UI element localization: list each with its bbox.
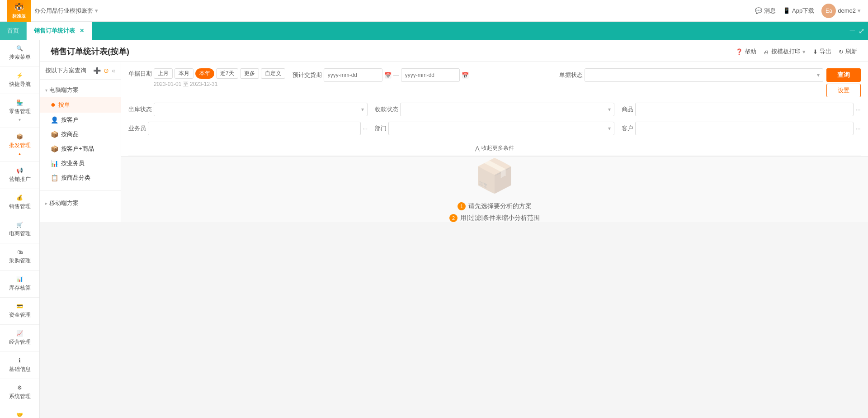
- user-menu[interactable]: Ea demo2 ▾: [821, 4, 861, 18]
- date-filter-top: 单据日期 上月 本月 本年 近7天 更多 自定义: [128, 68, 285, 79]
- page-title-bar: 销售订单统计表(按单) ❓ 帮助 🖨 按模板打印 ▾ ⬇ 导出 ↻ 刷新: [40, 40, 868, 62]
- salesperson-more-icon[interactable]: ···: [363, 125, 368, 132]
- sidebar-item-marketing[interactable]: 📢 营销推广: [0, 162, 39, 189]
- tab-actions: ─ ⤢: [850, 27, 868, 35]
- scheme-header-pc[interactable]: ▾ 电脑端方案: [40, 83, 121, 97]
- top-header: 🐯 标准版 办公用品行业模拟账套 ▾ 💬 消息 📱 App下载 Ea demo2…: [0, 0, 868, 22]
- calendar-icon-1[interactable]: 📅: [384, 72, 392, 79]
- scheme-item-by-order[interactable]: ● 按单: [40, 97, 121, 113]
- scheme-item-label: 按单: [58, 101, 70, 109]
- sidebar-label: 基础信息: [9, 366, 31, 373]
- page-body: 按以下方案查询 ➕ ⊙ « ▾ 电脑端方案 ● 按单: [40, 62, 868, 222]
- hint-number-1: 1: [458, 202, 466, 210]
- refresh-icon: ↻: [839, 48, 844, 55]
- template-print-button[interactable]: 🖨 按模板打印 ▾: [764, 48, 806, 56]
- sidebar-label: 经营管理: [9, 338, 31, 346]
- help-label: 帮助: [745, 48, 756, 56]
- empty-hint-2: 2 用[过滤]条件来缩小分析范围: [449, 214, 540, 222]
- scheme-item-by-cust-prod[interactable]: 📦 按客户+商品: [40, 142, 121, 156]
- page-actions: ❓ 帮助 🖨 按模板打印 ▾ ⬇ 导出 ↻ 刷新: [736, 48, 857, 56]
- export-button[interactable]: ⬇ 导出: [813, 48, 831, 56]
- expected-date-start[interactable]: [324, 68, 382, 82]
- sidebar-item-finance[interactable]: 💳 资金管理: [0, 298, 39, 325]
- query-button[interactable]: 查询: [826, 68, 861, 82]
- refresh-button[interactable]: ↻ 刷新: [839, 48, 857, 56]
- sidebar-item-quick-nav[interactable]: ⚡ 快捷导航: [0, 67, 39, 94]
- expected-date-end[interactable]: [401, 68, 460, 82]
- customer-more-icon[interactable]: ···: [855, 125, 861, 132]
- scheme-item-by-category[interactable]: 📋 按商品分类: [40, 171, 121, 185]
- inventory-icon: 📊: [16, 276, 23, 282]
- scheme-item-by-salesperson[interactable]: 📊 按业务员: [40, 156, 121, 171]
- tab-sales-stat[interactable]: 销售订单统计表 ✕: [27, 22, 92, 40]
- tab-minimize-icon[interactable]: ─: [850, 27, 855, 35]
- payment-status-group: 收款状态: [375, 103, 614, 116]
- logo-text: 标准版: [12, 13, 26, 19]
- sidebar-item-search-menu[interactable]: 🔍 搜索菜单: [0, 40, 39, 67]
- department-select[interactable]: [388, 122, 614, 135]
- product-more-icon[interactable]: ···: [855, 106, 861, 113]
- panel-actions: ➕ ⊙ «: [93, 67, 115, 74]
- status-select[interactable]: [585, 68, 823, 82]
- date-btn-this-year[interactable]: 本年: [195, 68, 214, 79]
- by-cust-prod-icon: 📦: [51, 145, 58, 152]
- sidebar-item-ecommerce[interactable]: 🛒 电商管理: [0, 216, 39, 243]
- tab-close-icon[interactable]: ✕: [80, 28, 84, 34]
- panel-title: 按以下方案查询: [45, 66, 86, 75]
- app-selector[interactable]: 办公用品行业模拟账套 ▾: [34, 7, 98, 15]
- settings-button[interactable]: 设置: [826, 84, 861, 97]
- date-btn-this-month[interactable]: 本月: [175, 68, 193, 79]
- collapse-panel-icon[interactable]: «: [112, 67, 115, 74]
- tab-expand-icon[interactable]: ⤢: [859, 27, 864, 35]
- wholesale-icon: 📦: [16, 133, 23, 140]
- sidebar-item-wholesale[interactable]: 📦 批发管理 ▴: [0, 128, 39, 162]
- customer-group: 客户 ···: [622, 122, 861, 135]
- add-scheme-icon[interactable]: ➕: [93, 67, 101, 74]
- payment-status-select[interactable]: [400, 103, 614, 116]
- scheme-section-label: 移动端方案: [49, 199, 79, 207]
- sidebar-item-system[interactable]: ⚙ 系统管理: [0, 379, 39, 406]
- product-label: 商品: [622, 105, 633, 114]
- edit-scheme-icon[interactable]: ⊙: [104, 67, 109, 74]
- message-button[interactable]: 💬 消息: [755, 7, 776, 15]
- date-filter-group: 单据日期 上月 本月 本年 近7天 更多 自定义 2023: [128, 68, 285, 88]
- system-icon: ⚙: [17, 385, 22, 391]
- sidebar-label: 搜索菜单: [9, 53, 31, 61]
- page-title: 销售订单统计表(按单): [51, 46, 129, 57]
- scheme-item-by-customer[interactable]: 👤 按客户: [40, 113, 121, 127]
- scheme-header-mobile[interactable]: ▸ 移动端方案: [40, 196, 121, 210]
- sidebar-label: 快捷导航: [9, 81, 31, 88]
- product-input[interactable]: [635, 103, 854, 116]
- app-download-button[interactable]: 📱 App下载: [783, 7, 814, 15]
- main-content: 单据日期 上月 本月 本年 近7天 更多 自定义 2023: [121, 62, 868, 222]
- sidebar-item-inventory[interactable]: 📊 库存核算: [0, 271, 39, 298]
- sidebar-item-operations[interactable]: 📈 经营管理: [0, 325, 39, 352]
- customer-label: 客户: [622, 124, 633, 133]
- scheme-item-by-product[interactable]: 📦 按商品: [40, 127, 121, 142]
- date-btn-more[interactable]: 更多: [240, 68, 259, 79]
- help-button[interactable]: ❓ 帮助: [736, 48, 756, 56]
- salesperson-input[interactable]: [148, 122, 361, 135]
- date-btn-7days[interactable]: 近7天: [216, 68, 238, 79]
- delivery-status-select[interactable]: [154, 103, 368, 116]
- collapse-bar[interactable]: ⋀ 收起更多条件: [128, 141, 861, 156]
- tab-home[interactable]: 首页: [0, 22, 27, 40]
- calendar-icon-2[interactable]: 📅: [462, 72, 469, 79]
- sidebar-item-retail[interactable]: 🏪 零售管理 ▾: [0, 94, 39, 128]
- sidebar-item-purchase[interactable]: 🛍 采购管理: [0, 243, 39, 271]
- sidebar-label: 零售管理: [9, 108, 31, 115]
- hint-text-1: 请先选择要分析的方案: [468, 202, 532, 210]
- by-category-icon: 📋: [51, 174, 58, 181]
- app-download-label: App下载: [792, 7, 814, 15]
- by-order-icon: ●: [51, 100, 56, 109]
- export-icon: ⬇: [813, 48, 818, 55]
- sidebar-label: 资金管理: [9, 311, 31, 319]
- sidebar-item-sales[interactable]: 💰 销售管理: [0, 189, 39, 216]
- date-btn-last-month[interactable]: 上月: [154, 68, 173, 79]
- delivery-status-group: 出库状态: [128, 103, 368, 116]
- corp-collab-icon: 🤝: [16, 412, 23, 418]
- sidebar-item-basic-info[interactable]: ℹ 基础信息: [0, 352, 39, 379]
- date-btn-custom[interactable]: 自定义: [261, 68, 285, 79]
- sidebar-item-corp-collab[interactable]: 🤝 企业协同: [0, 406, 39, 418]
- customer-input[interactable]: [635, 122, 854, 135]
